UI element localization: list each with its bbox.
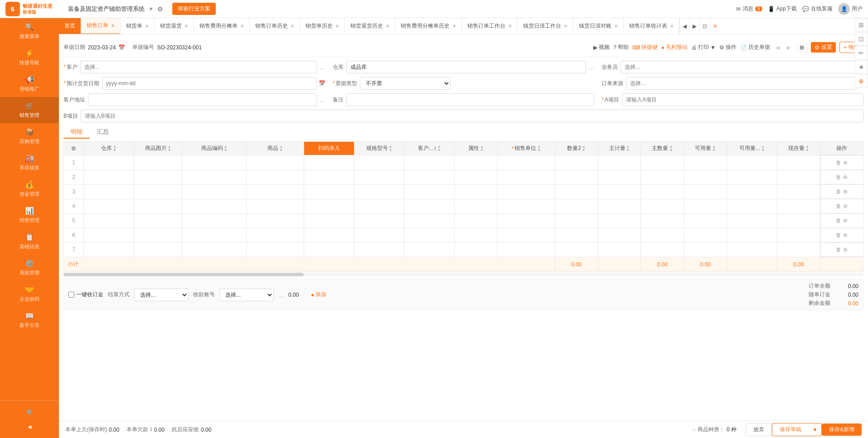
row-2-stock[interactable] — [777, 170, 820, 184]
sidebar-item-system[interactable]: ⚙️ 系统管理 — [0, 255, 59, 281]
row-5-munit[interactable] — [598, 213, 641, 228]
industry-solution-button[interactable]: 体验行业方案 — [172, 3, 216, 15]
sidebar-item-finance[interactable]: 💰 资金管理 — [0, 176, 59, 202]
row-5-unit[interactable] — [498, 213, 555, 228]
row-5-stock[interactable] — [777, 213, 820, 228]
row-7-avail2[interactable] — [727, 242, 777, 257]
row-4-attr[interactable] — [455, 199, 498, 213]
sort-main-unit-icon[interactable]: ▲▼ — [626, 145, 630, 152]
row-5-spec[interactable] — [354, 213, 404, 228]
sidebar-item-marketing[interactable]: 📢 营销推广 — [0, 71, 59, 97]
one-click-checkbox-input[interactable] — [68, 292, 74, 298]
row-2-image[interactable] — [134, 170, 182, 184]
row-1-copy-icon[interactable]: ⊕ — [843, 159, 848, 166]
rp-layout-icon[interactable]: ⊡ — [854, 32, 868, 46]
row-1-attribute[interactable] — [455, 155, 498, 170]
row-2-main-unit[interactable] — [598, 170, 641, 184]
row-7-delete-icon[interactable]: 🗑 — [836, 246, 841, 253]
tab-home[interactable]: 首页 — [59, 18, 81, 34]
row-3-spec[interactable] — [354, 184, 404, 199]
user-menu-button[interactable]: 👤 用户 — [838, 3, 863, 15]
th-main-qty[interactable]: 主数量▲▼ — [641, 142, 684, 155]
row-3-stock[interactable] — [777, 184, 820, 199]
sidebar-item-guide[interactable]: 📖 新手引导 — [0, 307, 59, 333]
row-5-copy-icon[interactable]: ⊕ — [843, 217, 848, 224]
row-7-product[interactable] — [247, 242, 304, 257]
row-7-ccode[interactable] — [404, 242, 455, 257]
sort-main-qty-icon[interactable]: ▲▼ — [669, 145, 673, 152]
row-5-product[interactable] — [247, 213, 304, 228]
tab-sales-invoice[interactable]: 销货单 ✕ — [121, 18, 155, 34]
rp-scan-icon[interactable]: ⊕ — [854, 74, 868, 88]
tab-order-stats[interactable]: 销售订单统计表 ✕ — [624, 18, 679, 34]
th-attribute[interactable]: 属性▲▼ — [455, 142, 498, 155]
row-6-code[interactable] — [182, 228, 246, 242]
row-7-attr[interactable] — [455, 242, 498, 257]
dots-more-icon[interactable]: … — [278, 292, 284, 298]
sort-qty2-icon[interactable]: ▲▼ — [582, 145, 586, 152]
th-available[interactable]: 可用量▲▼ — [684, 142, 727, 155]
row-5-avail2[interactable] — [727, 213, 777, 228]
print-button[interactable]: 🖨 打印 ▼ — [691, 43, 716, 51]
row-3-scan[interactable] — [304, 184, 354, 199]
row-2-code[interactable] — [182, 170, 246, 184]
row-7-image[interactable] — [134, 242, 182, 257]
sort-available2-icon[interactable]: ▲▼ — [761, 145, 765, 152]
row-6-image[interactable] — [134, 228, 182, 242]
help-button[interactable]: ? 帮助 — [613, 43, 629, 51]
row-7-munit[interactable] — [598, 242, 641, 257]
th-scan[interactable]: 扫码录入 — [304, 142, 354, 155]
row-2-available2[interactable] — [727, 170, 777, 184]
tab-close-all-button[interactable]: ✕ — [710, 18, 720, 34]
row-2-available[interactable] — [684, 170, 727, 184]
sort-customer-code-icon[interactable]: ▲▼ — [437, 145, 441, 152]
row-6-attr[interactable] — [455, 228, 498, 242]
b-project-input[interactable] — [81, 110, 863, 122]
row-7-unit[interactable] — [498, 242, 555, 257]
tab-expense-history[interactable]: 销售费用分摊单历史 ✕ — [395, 18, 462, 34]
gear-settings-icon[interactable]: ⚙ — [157, 5, 163, 13]
row-4-code[interactable] — [182, 199, 246, 213]
scrollbar-thumb[interactable] — [63, 273, 304, 276]
th-main-unit[interactable]: 主计量▲▼ — [598, 142, 641, 155]
product-types-icon[interactable]: ○ — [693, 427, 696, 433]
tab-next-button[interactable]: ▶ — [689, 18, 699, 34]
sidebar-item-basic-info[interactable]: 📋 基础信息 — [0, 228, 59, 255]
th-qty2[interactable]: 数量2▲▼ — [555, 142, 598, 155]
th-available2[interactable]: 可用量...▲▼ — [727, 142, 777, 155]
row-6-spec[interactable] — [354, 228, 404, 242]
warehouse-more-icon[interactable]: … — [588, 63, 594, 71]
row-3-ccode[interactable] — [404, 184, 455, 199]
sidebar-item-enterprise[interactable]: 🤝 企业协同 — [0, 281, 59, 307]
row-4-warehouse[interactable] — [84, 199, 134, 213]
sidebar-collapse-button[interactable]: ◀ — [0, 419, 59, 434]
row-3-avail[interactable] — [684, 184, 727, 199]
close-expense-history-icon[interactable]: ✕ — [452, 24, 456, 29]
row-4-spec[interactable] — [354, 199, 404, 213]
row-3-warehouse[interactable] — [84, 184, 134, 199]
view-video-button[interactable]: ▶ 视频 — [593, 43, 610, 51]
row-3-image[interactable] — [134, 184, 182, 199]
row-1-customer-code[interactable] — [404, 155, 455, 170]
tab-sales-order[interactable]: 销售订单 ✕ — [81, 18, 121, 34]
row-1-available2[interactable] — [727, 155, 777, 170]
operations-button[interactable]: ⚙ 操作 — [719, 43, 737, 51]
customer-input[interactable] — [80, 61, 317, 73]
row-6-delete-icon[interactable]: 🗑 — [836, 232, 841, 238]
row-1-main-qty[interactable] — [641, 155, 684, 170]
row-4-munit[interactable] — [598, 199, 641, 213]
sort-attribute-icon[interactable]: ▲▼ — [480, 145, 484, 152]
sort-stock-icon[interactable]: ▲▼ — [805, 145, 809, 152]
tab-invoice-history[interactable]: 销货单历史 ✕ — [300, 18, 345, 34]
row-2-copy-icon[interactable]: ⊕ — [843, 174, 848, 180]
row-3-code[interactable] — [182, 184, 246, 199]
th-spec[interactable]: 规格型号▲▼ — [354, 142, 404, 155]
row-3-munit[interactable] — [598, 184, 641, 199]
row-6-stock[interactable] — [777, 228, 820, 242]
close-expense-split-icon[interactable]: ✕ — [240, 24, 244, 29]
row-1-scan[interactable] — [304, 155, 354, 170]
sort-available-icon[interactable]: ▲▼ — [712, 145, 716, 152]
tab-return-history[interactable]: 销货退货历史 ✕ — [345, 18, 395, 34]
row-4-mqty[interactable] — [641, 199, 684, 213]
rp-edit-icon[interactable]: ✏ — [854, 46, 868, 60]
